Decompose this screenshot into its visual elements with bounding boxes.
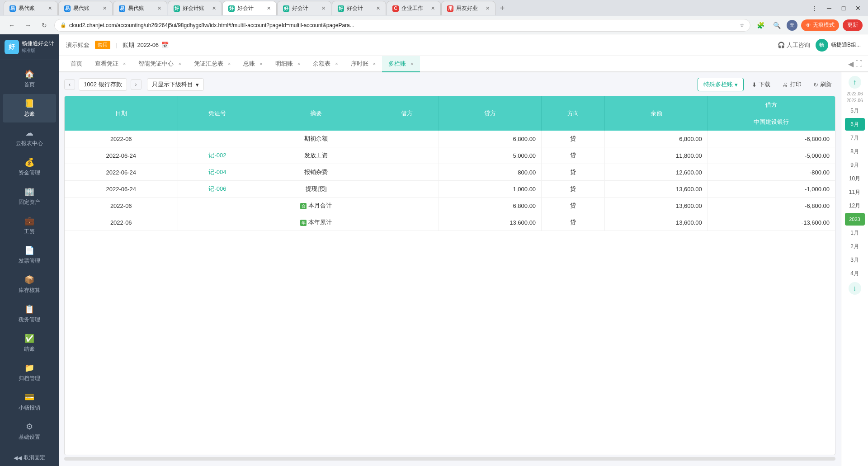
maximize-button[interactable]: □ (837, 2, 850, 14)
tab-home[interactable]: 首页 (64, 56, 89, 72)
incognito-mode-button[interactable]: 👁 无痕模式 (801, 19, 839, 31)
sidebar-item-close[interactable]: ✅ 结账 (3, 329, 56, 358)
period-selector[interactable]: 账期 2022-06 📅 (123, 41, 169, 49)
bookmark-icon[interactable]: ☆ (740, 22, 745, 28)
logo-text: 畅捷通好会计 (22, 40, 54, 47)
timeline-month-feb[interactable]: 2月 (845, 240, 865, 253)
account-navigation: ‹ 1002 银行存款 › (64, 78, 142, 91)
table-row: 2022-06 合本月合计 6,800.00 贷 13,600.00 -6,80… (65, 198, 835, 214)
sidebar-item-home[interactable]: 🏠 首页 (3, 65, 56, 93)
voucher-link-006[interactable]: 记-006 (178, 181, 257, 198)
tab-qiyegongzuo[interactable]: C 企业工作 ✕ (387, 1, 441, 15)
tab-yidazhang-3[interactable]: 易 易代账 ✕ (113, 1, 167, 15)
sidebar-item-reports[interactable]: ☁ 云报表中心 (3, 123, 56, 152)
sidebar-item-archive[interactable]: 📁 归档管理 (3, 358, 56, 387)
th-multi-col-group: 借方 (708, 96, 835, 113)
refresh-button[interactable]: ↻ 刷新 (810, 78, 835, 91)
timeline-month-jan[interactable]: 1月 (845, 226, 865, 239)
prev-account-button[interactable]: ‹ (64, 79, 75, 90)
tab-haokuaiji-3[interactable]: 好 好会计 ✕ (332, 1, 386, 15)
next-account-button[interactable]: › (131, 79, 142, 90)
collapse-panel-button[interactable]: ◀ (848, 60, 854, 68)
close-tab-detail-ledger[interactable]: × (297, 61, 300, 66)
voucher-link-002[interactable]: 记-002 (178, 147, 257, 164)
forward-button[interactable]: → (22, 19, 34, 32)
timeline-month-sep[interactable]: 9月 (845, 159, 865, 171)
tab-view-voucher[interactable]: 查看凭证 × (89, 56, 132, 72)
dropdown-icon: ▾ (735, 81, 738, 88)
tab-yongyou[interactable]: 用 用友好业 ✕ (441, 1, 495, 15)
close-tab-smart-voucher[interactable]: × (178, 61, 181, 66)
refresh-icon: ↻ (813, 81, 818, 88)
home-icon: 🏠 (24, 69, 34, 79)
close-tab-view-voucher[interactable]: × (123, 61, 126, 66)
sidebar-item-invoice[interactable]: 📄 发票管理 (3, 241, 56, 269)
extensions-button[interactable]: 🧩 (754, 19, 767, 32)
timeline-down-button[interactable]: ↓ (849, 282, 861, 295)
th-ccb: 中国建设银行 (708, 113, 835, 131)
calendar-icon: 📅 (161, 42, 169, 48)
new-tab-button[interactable]: + (496, 2, 509, 14)
close-window-button[interactable]: ✕ (852, 2, 864, 14)
timeline-month-apr[interactable]: 4月 (845, 267, 865, 280)
timeline-month-jun[interactable]: 6月 (845, 118, 865, 131)
back-button[interactable]: ← (5, 19, 18, 32)
th-debit: 借方 (375, 96, 439, 131)
user-avatar[interactable]: 畅 (816, 39, 828, 52)
search-labs-button[interactable]: 🔍 (770, 19, 783, 32)
timeline-month-jul[interactable]: 7月 (845, 132, 865, 144)
timeline-up-button[interactable]: ↑ (849, 76, 861, 89)
close-tab-sequence-ledger[interactable]: × (373, 61, 376, 66)
multi-column-button[interactable]: 特殊多栏账 ▾ (698, 78, 744, 91)
timeline-month-oct[interactable]: 10月 (845, 172, 865, 185)
close-tab-multi-column[interactable]: × (410, 61, 413, 66)
url-text: cloud2.chanjet.com/accounting/uh26t264j5… (69, 22, 737, 28)
tab-haokuaiji-2[interactable]: 好 好会计 ✕ (277, 1, 331, 15)
timeline-month-mar[interactable]: 3月 (845, 254, 865, 266)
consult-button[interactable]: 🎧 人工咨询 (778, 41, 810, 49)
tab-haokuaiji-active[interactable]: 好 好会计 ✕ (222, 1, 277, 15)
sidebar-item-assets[interactable]: 🏢 固定资产 (3, 182, 56, 211)
minimize-button[interactable]: ─ (823, 2, 835, 14)
sidebar-item-expense[interactable]: 💳 小畅报销 (3, 388, 56, 416)
voucher-link-004[interactable]: 记-004 (178, 164, 257, 181)
ledger-toolbar: ‹ 1002 银行存款 › 只显示下级科目 ▾ (64, 78, 835, 91)
reload-button[interactable]: ↻ (38, 19, 51, 32)
sub-filter-dropdown[interactable]: 只显示下级科目 ▾ (147, 78, 204, 91)
expand-panel-button[interactable]: ⛶ (855, 60, 863, 68)
timeline-month-may[interactable]: 5月 (845, 104, 865, 117)
th-direction: 方向 (542, 96, 605, 131)
tab-list-button[interactable]: ⋮ (808, 2, 821, 14)
tab-multi-column[interactable]: 多栏账 × (382, 56, 420, 72)
tab-voucher-summary[interactable]: 凭证汇总表 × (188, 56, 237, 72)
tab-detail-ledger[interactable]: 明细账 × (269, 56, 307, 72)
download-button[interactable]: ⬇ 下载 (748, 78, 774, 91)
update-button[interactable]: 更新 (843, 19, 863, 31)
tab-haokuaiji-1[interactable]: 好 好会计账 ✕ (168, 1, 222, 15)
tab-yidazhang-1[interactable]: 易 易代账 ✕ (4, 1, 58, 15)
sidebar-item-ledger[interactable]: 📒 总账 (3, 94, 56, 122)
timeline-month-dec[interactable]: 12月 (845, 199, 865, 212)
sidebar-item-inventory[interactable]: 📦 库存核算 (3, 270, 56, 299)
close-tab-balance-sheet[interactable]: × (335, 61, 338, 66)
period-label: 账期 (123, 41, 134, 49)
sidebar-item-tax[interactable]: 📋 税务管理 (3, 300, 56, 328)
horizontal-scrollbar[interactable] (64, 457, 835, 461)
timeline-month-nov[interactable]: 11月 (845, 186, 865, 198)
sidebar-item-payroll[interactable]: 💼 工资 (3, 212, 56, 240)
address-bar: ← → ↻ 🔒 cloud2.chanjet.com/accounting/uh… (0, 16, 868, 34)
user-profile-button[interactable]: 无 (787, 20, 797, 31)
tab-yidazhang-2[interactable]: 易 易代账 ✕ (58, 1, 113, 15)
url-bar[interactable]: 🔒 cloud2.chanjet.com/accounting/uh26t264… (54, 19, 750, 32)
sidebar-item-settings[interactable]: ⚙ 基础设置 (3, 417, 56, 446)
sidebar-item-funds[interactable]: 💰 资金管理 (3, 153, 56, 181)
close-tab-general-ledger[interactable]: × (259, 61, 262, 66)
tab-general-ledger[interactable]: 总账 × (237, 56, 269, 72)
tab-smart-voucher[interactable]: 智能凭证中心 × (132, 56, 187, 72)
tab-sequence-ledger[interactable]: 序时账 × (344, 56, 382, 72)
timeline-month-aug[interactable]: 8月 (845, 145, 865, 158)
tab-balance-sheet[interactable]: 余额表 × (307, 56, 344, 72)
unpin-button[interactable]: ◀◀ 取消固定 (4, 454, 55, 461)
print-button[interactable]: 🖨 打印 (778, 78, 805, 91)
close-tab-voucher-summary[interactable]: × (228, 61, 231, 66)
